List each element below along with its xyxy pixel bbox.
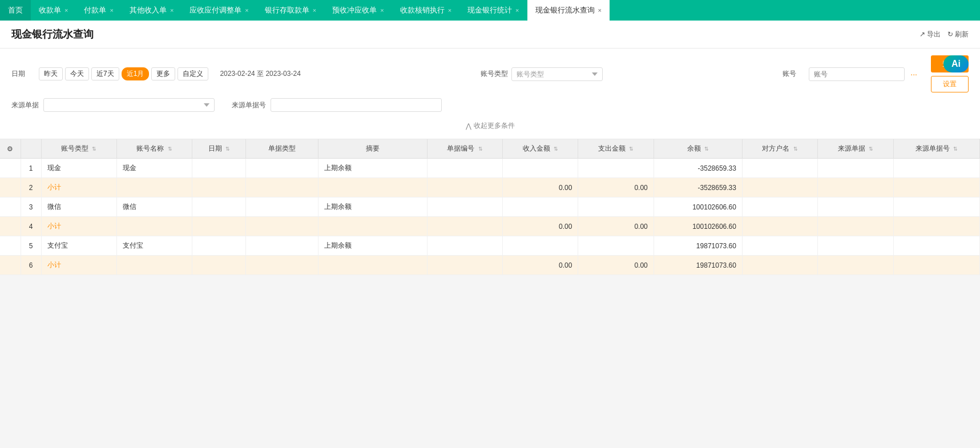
table-cell: [893, 178, 979, 197]
col-doc-no[interactable]: 单据编号 ⇅: [427, 139, 502, 159]
nav-item-ar-ap-adj[interactable]: 应收应付调整单 ×: [182, 0, 256, 21]
account-filter-group: 账号 ···: [783, 67, 919, 81]
table-row: 5支付宝支付宝上期余额19871073.60: [0, 236, 980, 256]
table-cell: 1: [21, 159, 41, 178]
table-cell: 微信: [116, 197, 192, 217]
close-icon[interactable]: ×: [598, 0, 602, 21]
date-btn-more[interactable]: 更多: [151, 67, 175, 80]
table-cell: 现金: [41, 159, 116, 178]
nav-item-bank-deposit[interactable]: 银行存取款单 ×: [257, 0, 324, 21]
table-cell: [893, 159, 979, 178]
nav-item-receipt[interactable]: 收款单 ×: [31, 0, 76, 21]
filter-area: 日期 昨天 今天 近7天 近1月 更多 自定义 2023-02-24 至 202…: [0, 49, 980, 139]
table-row: 1现金现金上期余额-3528659.33: [0, 159, 980, 178]
close-icon[interactable]: ×: [64, 0, 68, 21]
account-label: 账号: [783, 69, 805, 79]
table-cell: [0, 256, 21, 275]
table-cell: [192, 159, 246, 178]
close-icon[interactable]: ×: [313, 0, 316, 21]
col-source-doc[interactable]: 来源单据 ⇅: [818, 139, 893, 159]
date-btn-today[interactable]: 今天: [65, 67, 89, 80]
col-counterpart[interactable]: 对方户名 ⇅: [742, 139, 817, 159]
close-icon[interactable]: ×: [380, 0, 384, 21]
table-cell: 4: [21, 217, 41, 236]
close-icon[interactable]: ×: [170, 0, 174, 21]
filter-row-date: 日期 昨天 今天 近7天 近1月 更多 自定义 2023-02-24 至 202…: [11, 55, 969, 92]
table-cell: 0.00: [503, 217, 578, 236]
table-cell: [0, 178, 21, 197]
ai-badge[interactable]: Ai: [943, 55, 969, 72]
close-icon[interactable]: ×: [245, 0, 248, 21]
table-cell: 小计: [41, 178, 116, 197]
source-doc-select[interactable]: [43, 98, 215, 112]
table-cell: [427, 178, 502, 197]
source-doc-no-input[interactable]: [271, 98, 442, 112]
table-cell: [893, 236, 979, 256]
collapse-bar[interactable]: ⋀ 收起更多条件: [11, 118, 969, 133]
table-cell: [192, 217, 246, 236]
table-row: 4小计0.000.00100102606.60: [0, 217, 980, 236]
table-cell: [0, 217, 21, 236]
close-icon[interactable]: ×: [448, 0, 451, 21]
col-doc-type: 单据类型: [246, 139, 318, 159]
top-nav: 首页 收款单 × 付款单 × 其他收入单 × 应收应付调整单 × 银行存取款单 …: [0, 0, 980, 21]
date-btn-1month[interactable]: 近1月: [122, 67, 150, 80]
table-cell: [818, 236, 893, 256]
table-cell: [318, 256, 428, 275]
table-cell: 上期余额: [318, 236, 428, 256]
col-gear[interactable]: ⚙: [0, 139, 21, 159]
date-btn-custom[interactable]: 自定义: [178, 67, 208, 80]
table-cell: 6: [21, 256, 41, 275]
table-cell: [893, 256, 979, 275]
date-btn-7days[interactable]: 近7天: [91, 67, 119, 80]
col-summary: 摘要: [318, 139, 428, 159]
table-cell: 小计: [41, 217, 116, 236]
account-type-filter-group: 账号类型 账号类型: [481, 67, 603, 81]
nav-item-prepaid[interactable]: 预收冲应收单 ×: [324, 0, 392, 21]
dots-button[interactable]: ···: [908, 70, 919, 79]
nav-item-collection[interactable]: 收款核销执行 ×: [392, 0, 459, 21]
date-label: 日期: [11, 69, 34, 79]
table-cell: 支付宝: [41, 236, 116, 256]
close-icon[interactable]: ×: [515, 0, 519, 21]
settings-button[interactable]: 设置: [931, 76, 969, 92]
table-cell: -3528659.33: [654, 178, 742, 197]
table-cell: 0.00: [578, 217, 654, 236]
col-income[interactable]: 收入金额 ⇅: [503, 139, 578, 159]
source-doc-filter-group: 来源单据: [11, 98, 215, 112]
table-cell: -3528659.33: [654, 159, 742, 178]
col-source-doc-no[interactable]: 来源单据号 ⇅: [893, 139, 979, 159]
page-title: 现金银行流水查询: [11, 27, 94, 41]
nav-item-home[interactable]: 首页: [0, 0, 31, 21]
table-cell: [0, 197, 21, 217]
col-account-name[interactable]: 账号名称 ⇅: [116, 139, 192, 159]
col-balance[interactable]: 余额 ⇅: [654, 139, 742, 159]
table-cell: [578, 236, 654, 256]
data-table: ⚙ 账号类型 ⇅ 账号名称 ⇅ 日期 ⇅ 单据类型 摘要 单据编号 ⇅ 收入金额…: [0, 139, 980, 275]
table-cell: [427, 217, 502, 236]
col-expense[interactable]: 支出金额 ⇅: [578, 139, 654, 159]
nav-item-cash-flow[interactable]: 现金银行流水查询 ×: [527, 0, 610, 21]
header-actions: ↗ 导出 ↻ 刷新: [919, 30, 969, 39]
table-cell: [116, 217, 192, 236]
col-account-type[interactable]: 账号类型 ⇅: [41, 139, 116, 159]
nav-item-cash-stats[interactable]: 现金银行统计 ×: [459, 0, 527, 21]
nav-item-payment[interactable]: 付款单 ×: [76, 0, 121, 21]
table-cell: [318, 217, 428, 236]
date-btn-yesterday[interactable]: 昨天: [39, 67, 63, 80]
nav-item-other-income[interactable]: 其他收入单 ×: [122, 0, 182, 21]
source-doc-no-filter-group: 来源单据号: [232, 98, 442, 112]
col-date[interactable]: 日期 ⇅: [192, 139, 246, 159]
table-cell: [0, 159, 21, 178]
table-cell: [818, 256, 893, 275]
close-icon[interactable]: ×: [110, 0, 113, 21]
refresh-button[interactable]: ↻ 刷新: [947, 30, 969, 39]
export-button[interactable]: ↗ 导出: [919, 30, 941, 39]
table-cell: 5: [21, 236, 41, 256]
table-header-row: ⚙ 账号类型 ⇅ 账号名称 ⇅ 日期 ⇅ 单据类型 摘要 单据编号 ⇅ 收入金额…: [0, 139, 980, 159]
account-type-select[interactable]: 账号类型: [511, 67, 603, 81]
account-input[interactable]: [809, 67, 905, 81]
table-cell: 上期余额: [318, 159, 428, 178]
account-type-label: 账号类型: [481, 69, 508, 79]
table-cell: 微信: [41, 197, 116, 217]
